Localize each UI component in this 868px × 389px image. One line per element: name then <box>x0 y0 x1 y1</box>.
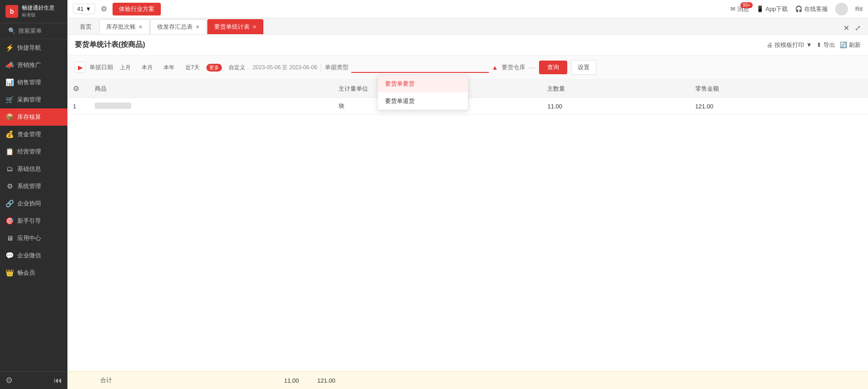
logo-icon: b <box>5 5 18 18</box>
system-icon: ⚙ <box>5 182 14 190</box>
filter-more-dates[interactable]: 更多 <box>206 64 222 72</box>
dropdown-item-order-goods[interactable]: 要货单要货 <box>378 75 468 92</box>
query-btn[interactable]: 查询 <box>539 61 567 74</box>
sales-icon: 📊 <box>5 78 14 87</box>
content-area: 要货单统计表(按商品) 🖨 按模板打印 ▼ ⬆ 导出 🔄 刷新 ▶ <box>67 35 868 389</box>
filter-warehouse-section: 要货仓库 ⋯ <box>502 63 535 72</box>
filter-last-month[interactable]: 上月 <box>116 62 135 73</box>
content-header: 要货单统计表(按商品) 🖨 按模板打印 ▼ ⬆ 导出 🔄 刷新 <box>67 35 868 56</box>
sidebar-item-quick-nav[interactable]: ⚡ 快捷导航 <box>0 39 67 56</box>
sidebar: b 畅捷通好生意 标准版 🔍 搜索菜单 ⚡ 快捷导航 📣 营销推广 📊 销售管理… <box>0 0 67 389</box>
refresh-icon: 🔄 <box>840 41 847 48</box>
sidebar-item-purchase[interactable]: 🛒 采购管理 <box>0 91 67 108</box>
filter-this-month[interactable]: 本月 <box>138 62 157 73</box>
date-range-text: 2023-05-06 至 2023-06-06 <box>253 64 317 72</box>
topbar-gear-icon[interactable]: ⚙ <box>99 5 109 13</box>
tab-inventory-batch[interactable]: 库存批次账 ✕ <box>99 19 149 34</box>
settings-icon[interactable]: ⚙ <box>5 375 13 385</box>
page-title: 要货单统计表(按商品) <box>75 40 145 50</box>
phone-icon: 📱 <box>756 5 764 12</box>
sidebar-item-wechat[interactable]: 💬 企业微信 <box>0 247 67 264</box>
tabs-expand-icon[interactable]: ⤢ <box>853 22 863 34</box>
sidebar-item-label: 采购管理 <box>17 96 41 104</box>
sidebar-item-beginner[interactable]: 🎯 新手引导 <box>0 212 67 230</box>
sidebar-item-label: 经营管理 <box>17 148 41 156</box>
selector-chevron-icon: ▼ <box>85 5 91 12</box>
footer-total-label: 合计 <box>100 377 112 384</box>
print-chevron-icon: ▼ <box>806 41 812 48</box>
search-menu[interactable]: 🔍 搜索菜单 <box>0 23 67 39</box>
logo-text-block: 畅捷通好生意 标准版 <box>22 5 55 18</box>
filter-type-section: 单据类型 ▲ <box>325 62 498 73</box>
service-btn[interactable]: 🎧 在线客服 <box>795 5 828 13</box>
col-settings: ⚙ <box>67 80 89 98</box>
sidebar-item-label: 畅会员 <box>17 269 35 277</box>
sidebar-item-label: 系统管理 <box>17 182 41 190</box>
sidebar-bottom: ⚙ ⏮ <box>0 371 67 389</box>
company-selector[interactable]: 41 ▼ <box>73 4 95 14</box>
print-btn[interactable]: 🖨 按模板打印 ▼ <box>767 41 812 49</box>
sidebar-item-basic-info[interactable]: 🗂 基础信息 <box>0 160 67 178</box>
finance-icon: 💰 <box>5 130 14 138</box>
collapse-icon[interactable]: ⏮ <box>54 376 62 385</box>
tab-home-label: 首页 <box>80 23 92 31</box>
message-btn[interactable]: ✉ 消息 99+ <box>730 5 749 13</box>
refresh-btn[interactable]: 🔄 刷新 <box>840 41 861 49</box>
service-label: 在线客服 <box>804 5 828 13</box>
sidebar-item-finance[interactable]: 💰 资金管理 <box>0 126 67 143</box>
sidebar-item-system[interactable]: ⚙ 系统管理 <box>0 178 67 195</box>
main-area: 41 ▼ ⚙ 体验行业方案 ✉ 消息 99+ 📱 App下载 🎧 在线客服 Ri… <box>67 0 868 389</box>
tab-receive-send[interactable]: 收发存汇总表 ✕ <box>150 19 206 34</box>
sidebar-item-label: 应用中心 <box>17 234 41 242</box>
sidebar-item-operations[interactable]: 📋 经营管理 <box>0 143 67 160</box>
tab-receive-send-close[interactable]: ✕ <box>195 24 200 30</box>
type-label: 单据类型 <box>325 63 349 72</box>
quick-nav-icon: ⚡ <box>5 44 14 52</box>
tab-order-stats[interactable]: 要货单统计表 ✕ <box>207 19 263 34</box>
filter-expand-btn[interactable]: ▶ <box>75 62 86 73</box>
tab-inventory-batch-close[interactable]: ✕ <box>139 24 143 30</box>
sidebar-item-marketing[interactable]: 📣 营销推广 <box>0 56 67 74</box>
message-icon: ✉ <box>730 5 735 12</box>
sidebar-item-enterprise[interactable]: 🔗 企业协同 <box>0 195 67 212</box>
industry-btn[interactable]: 体验行业方案 <box>113 3 161 15</box>
filter-custom-date[interactable]: 自定义 <box>225 62 249 73</box>
type-dropdown: 要货单要货 要货单退货 <box>377 75 468 110</box>
col-quantity: 主数量 <box>542 80 689 98</box>
sidebar-item-label: 企业微信 <box>17 251 41 260</box>
sidebar-items: ⚡ 快捷导航 📣 营销推广 📊 销售管理 🛒 采购管理 📦 库存核算 💰 资金管… <box>0 39 67 282</box>
settings-btn[interactable]: 设置 <box>571 60 596 75</box>
filter-this-year[interactable]: 本年 <box>159 62 179 73</box>
sidebar-item-app-center[interactable]: 🖥 应用中心 <box>0 230 67 247</box>
table-footer: 合计 11.00 121.00 <box>67 371 868 389</box>
tab-home[interactable]: 首页 <box>73 19 98 34</box>
type-chevron-icon[interactable]: ▲ <box>492 64 498 71</box>
dropdown-item-order-return[interactable]: 要货单退货 <box>378 92 468 110</box>
username: Rit <box>855 5 863 12</box>
table-settings-icon[interactable]: ⚙ <box>73 85 79 92</box>
purchase-icon: 🛒 <box>5 96 14 104</box>
row-amount: 121.00 <box>690 98 868 115</box>
tab-order-stats-close[interactable]: ✕ <box>252 24 257 30</box>
tab-order-stats-label: 要货单统计表 <box>214 23 250 31</box>
export-btn[interactable]: ⬆ 导出 <box>817 41 835 49</box>
topbar: 41 ▼ ⚙ 体验行业方案 ✉ 消息 99+ 📱 App下载 🎧 在线客服 Ri… <box>67 0 868 18</box>
filter-date-section: 单据日期 上月 本月 本年 近7天 更多 自定义 <box>89 62 249 73</box>
sidebar-item-member[interactable]: 👑 畅会员 <box>0 264 67 282</box>
sidebar-item-sales[interactable]: 📊 销售管理 <box>0 74 67 91</box>
tab-bar: 首页 库存批次账 ✕ 收发存汇总表 ✕ 要货单统计表 ✕ ✕ ⤢ <box>67 18 868 35</box>
sidebar-item-label: 基础信息 <box>17 165 41 173</box>
warehouse-label: 要货仓库 <box>502 63 525 72</box>
warehouse-more-icon[interactable]: ⋯ <box>528 63 535 72</box>
filter-7days[interactable]: 近7天 <box>181 62 204 73</box>
date-label: 单据日期 <box>89 63 113 72</box>
export-icon: ⬆ <box>817 41 822 48</box>
tabs-close-icon[interactable]: ✕ <box>842 22 851 34</box>
app-download-btn[interactable]: 📱 App下载 <box>756 5 788 13</box>
company-value: 41 <box>77 5 83 12</box>
type-input[interactable] <box>351 62 489 73</box>
export-label: 导出 <box>823 41 835 49</box>
search-icon: 🔍 <box>8 27 15 34</box>
logo-title: 畅捷通好生意 <box>22 5 55 12</box>
sidebar-item-inventory[interactable]: 📦 库存核算 <box>0 108 67 126</box>
